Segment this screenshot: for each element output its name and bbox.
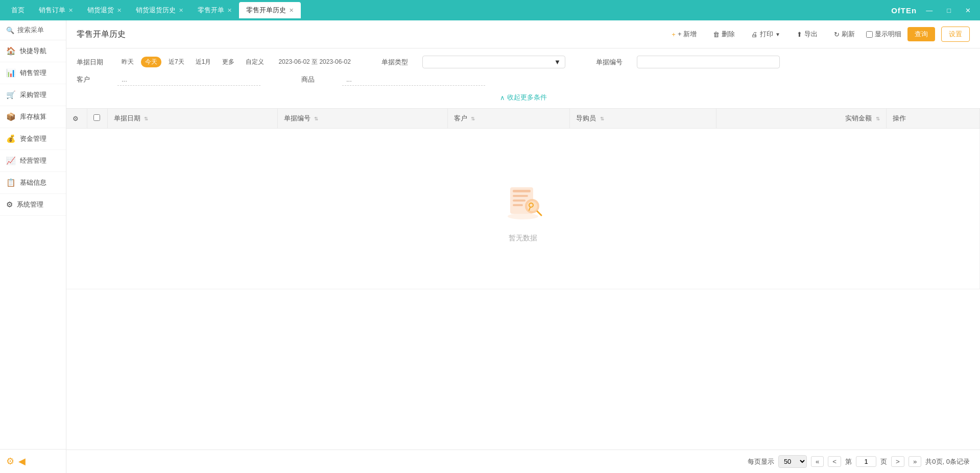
window-controls: OfTEn — □ ✕ bbox=[891, 5, 976, 16]
show-detail-checkbox-label: 显示明细 bbox=[866, 30, 901, 39]
page-input[interactable] bbox=[856, 456, 876, 467]
close-icon[interactable]: ✕ bbox=[227, 7, 232, 14]
maximize-button[interactable]: □ bbox=[942, 5, 956, 16]
th-customer-label: 客户 bbox=[454, 114, 467, 122]
sort-icon[interactable]: ⇅ bbox=[144, 116, 148, 121]
add-button-label: + 新增 bbox=[678, 30, 697, 39]
empty-state-cell: 暂无数据 bbox=[66, 129, 980, 289]
svg-rect-2 bbox=[513, 190, 531, 192]
date-1month-btn[interactable]: 近1月 bbox=[192, 57, 216, 67]
basicinfo-icon: 📋 bbox=[6, 178, 16, 187]
show-detail-checkbox[interactable] bbox=[866, 31, 873, 38]
date-more-btn[interactable]: 更多 bbox=[218, 57, 238, 67]
print-icon: 🖨 bbox=[751, 31, 758, 38]
last-page-button[interactable]: » bbox=[909, 456, 921, 467]
customer-filter-input[interactable] bbox=[117, 73, 260, 86]
sidebar-search[interactable]: 🔍 搜索采单 bbox=[0, 20, 66, 40]
close-icon[interactable]: ✕ bbox=[117, 7, 122, 14]
page-size-select[interactable]: 10 20 50 100 bbox=[778, 455, 807, 468]
tab-sales-return[interactable]: 销货退货 ✕ bbox=[80, 2, 129, 18]
tab-retail-order[interactable]: 零售开单 ✕ bbox=[190, 2, 239, 18]
query-button[interactable]: 查询 bbox=[907, 27, 935, 41]
sidebar-item-sales[interactable]: 📊 销售管理 bbox=[0, 62, 66, 84]
close-icon[interactable]: ✕ bbox=[68, 7, 73, 14]
tab-retail-order-label: 零售开单 bbox=[198, 6, 224, 15]
tab-bar: 首页 销售订单 ✕ 销货退货 ✕ 销货退货历史 ✕ 零售开单 ✕ 零售开单历史 … bbox=[0, 0, 980, 20]
tab-sales-return-label: 销货退货 bbox=[87, 6, 114, 15]
th-actions-label: 操作 bbox=[893, 114, 906, 122]
th-number-label: 单据编号 bbox=[284, 114, 310, 122]
type-filter-label: 单据类型 bbox=[381, 58, 412, 67]
goods-filter-input[interactable] bbox=[342, 73, 485, 86]
close-window-button[interactable]: ✕ bbox=[960, 5, 976, 16]
th-date-label: 单据日期 bbox=[114, 114, 140, 122]
settings-icon[interactable]: ⚙ bbox=[6, 456, 14, 467]
sidebar-item-label: 资金管理 bbox=[20, 134, 46, 143]
refresh-button[interactable]: ↻ 刷新 bbox=[829, 28, 860, 41]
refresh-icon: ↻ bbox=[834, 31, 840, 38]
page-goto-label: 第 bbox=[845, 457, 852, 466]
print-button[interactable]: 🖨 打印 ▼ bbox=[746, 28, 785, 41]
print-button-label: 打印 bbox=[760, 30, 773, 39]
collapse-sidebar-icon[interactable]: ◀ bbox=[18, 456, 26, 467]
collapse-filter-btn[interactable]: ∧ 收起更多条件 bbox=[77, 91, 970, 104]
number-filter-input[interactable] bbox=[637, 56, 780, 68]
add-icon: + bbox=[672, 31, 676, 38]
sidebar-item-label: 基础信息 bbox=[20, 178, 46, 187]
select-all-checkbox[interactable] bbox=[93, 114, 100, 121]
svg-rect-5 bbox=[513, 204, 523, 206]
sort-icon[interactable]: ⇅ bbox=[314, 116, 318, 121]
tab-sales-order[interactable]: 销售订单 ✕ bbox=[32, 2, 80, 18]
delete-button[interactable]: 🗑 删除 bbox=[708, 28, 740, 41]
export-button[interactable]: ⬆ 导出 bbox=[792, 28, 823, 41]
sidebar-item-purchase[interactable]: 🛒 采购管理 bbox=[0, 84, 66, 106]
tab-homepage[interactable]: 首页 bbox=[4, 2, 32, 18]
th-date: 单据日期 ⇅ bbox=[107, 109, 277, 129]
sidebar-item-system[interactable]: ⚙ 系统管理 bbox=[0, 194, 66, 216]
sidebar-item-operations[interactable]: 📈 经营管理 bbox=[0, 150, 66, 172]
add-button[interactable]: + + 新增 bbox=[666, 28, 702, 41]
date-range-text: 2023-06-02 至 2023-06-02 bbox=[278, 58, 350, 66]
date-yesterday-btn[interactable]: 昨天 bbox=[117, 57, 138, 67]
prev-page-button[interactable]: < bbox=[828, 456, 841, 467]
operations-icon: 📈 bbox=[6, 156, 16, 165]
settings-button[interactable]: 设置 bbox=[941, 27, 970, 42]
sidebar-item-label: 采购管理 bbox=[20, 90, 46, 99]
home-icon: 🏠 bbox=[6, 46, 16, 56]
sidebar-item-label: 库存核算 bbox=[20, 112, 46, 121]
sidebar-item-label: 快捷导航 bbox=[20, 46, 46, 56]
sidebar: 🔍 搜索采单 🏠 快捷导航 📊 销售管理 🛒 采购管理 📦 库存核算 💰 资金管… bbox=[0, 20, 66, 473]
content-area: 零售开单历史 + + 新增 🗑 删除 🖨 打印 ▼ ⬆ 导出 bbox=[66, 20, 980, 473]
close-icon[interactable]: ✕ bbox=[289, 7, 294, 14]
sort-icon[interactable]: ⇅ bbox=[600, 116, 604, 121]
close-icon[interactable]: ✕ bbox=[179, 7, 183, 14]
table-container: ⚙ 单据日期 ⇅ 单据编号 ⇅ bbox=[66, 109, 980, 450]
svg-line-8 bbox=[537, 211, 541, 215]
sidebar-item-finance[interactable]: 💰 资金管理 bbox=[0, 128, 66, 150]
date-custom-btn[interactable]: 自定义 bbox=[242, 57, 268, 67]
chevron-down-icon: ▼ bbox=[554, 58, 561, 66]
minimize-button[interactable]: — bbox=[921, 5, 938, 16]
date-7days-btn[interactable]: 近7天 bbox=[164, 57, 188, 67]
date-today-btn[interactable]: 今天 bbox=[141, 57, 161, 67]
settings-icon[interactable]: ⚙ bbox=[73, 115, 79, 122]
filter-row-1: 单据日期 昨天 今天 近7天 近1月 更多 自定义 2023-06-02 至 2… bbox=[77, 56, 970, 68]
th-guide-label: 导购员 bbox=[576, 114, 596, 122]
next-page-button[interactable]: > bbox=[891, 456, 904, 467]
sort-icon[interactable]: ⇅ bbox=[471, 116, 475, 121]
first-page-button[interactable]: « bbox=[811, 456, 824, 467]
table-body: 暂无数据 bbox=[66, 129, 980, 289]
brand-label: OfTEn bbox=[891, 6, 917, 15]
show-detail-label: 显示明细 bbox=[875, 30, 901, 39]
sort-icon[interactable]: ⇅ bbox=[876, 116, 880, 121]
tab-sales-return-history[interactable]: 销货退货历史 ✕ bbox=[129, 2, 190, 18]
sidebar-item-basic-info[interactable]: 📋 基础信息 bbox=[0, 172, 66, 194]
type-filter-select[interactable]: ▼ bbox=[422, 56, 565, 68]
sidebar-item-quick-nav[interactable]: 🏠 快捷导航 bbox=[0, 40, 66, 62]
total-info: 共0页, 0条记录 bbox=[925, 457, 970, 466]
sidebar-item-inventory[interactable]: 📦 库存核算 bbox=[0, 106, 66, 128]
sales-icon: 📊 bbox=[6, 68, 16, 78]
inventory-icon: 📦 bbox=[6, 112, 16, 121]
tab-retail-order-history[interactable]: 零售开单历史 ✕ bbox=[239, 2, 301, 18]
search-icon: 🔍 bbox=[6, 27, 14, 34]
